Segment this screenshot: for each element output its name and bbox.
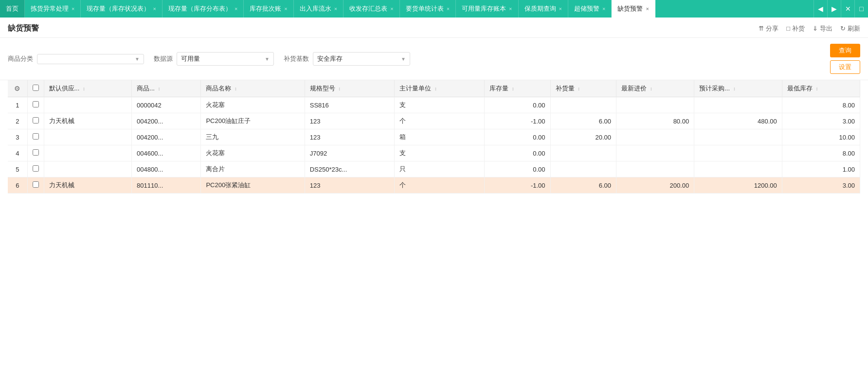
close-tab-10[interactable]: ×	[602, 6, 605, 12]
td-min-stock: 3.00	[782, 177, 860, 194]
tab-8[interactable]: 可用量库存账本 ×	[456, 0, 518, 18]
select-all-checkbox[interactable]	[33, 85, 39, 91]
td-replenish	[550, 97, 616, 113]
td-replenish	[550, 145, 616, 161]
replenish-select-value: 安全库存	[317, 54, 397, 63]
settings-icon[interactable]: ⚙	[14, 85, 20, 92]
td-name: PC200油缸庄子	[201, 113, 305, 129]
td-est-purchase: 1200.00	[694, 177, 782, 194]
table-row: 3 004200... 三九 123 箱 0.00 20.00 10.00	[8, 129, 860, 145]
td-spec: 123	[305, 177, 395, 194]
datasource-label: 数据源	[154, 54, 173, 63]
tab-10[interactable]: 超储预警 ×	[568, 0, 612, 18]
tab-1[interactable]: 拣货异常处理 ×	[25, 0, 81, 18]
row-checkbox-3[interactable]	[33, 149, 39, 156]
th-stock-sort[interactable]: ↕	[512, 86, 514, 91]
replenish-button[interactable]: □ 补货	[786, 24, 805, 33]
td-latest-price: 80.00	[616, 113, 694, 129]
header-actions: ⇈ 分享 □ 补货 ⇓ 导出 ↻ 刷新	[759, 24, 860, 33]
close-tab-1[interactable]: ×	[72, 6, 74, 12]
close-tab-5[interactable]: ×	[334, 6, 337, 12]
td-est-purchase	[694, 161, 782, 177]
td-checkbox	[27, 177, 44, 194]
th-replenish-label: 补货量	[556, 85, 575, 92]
th-code-sort[interactable]: ↕	[158, 86, 161, 91]
close-tab-11[interactable]: ×	[646, 6, 649, 12]
td-name: 火花塞	[201, 97, 305, 113]
tab-9[interactable]: 保质期查询 ×	[519, 0, 568, 18]
refresh-button[interactable]: ↻ 刷新	[840, 24, 860, 33]
tab-prev-button[interactable]: ◀	[814, 0, 827, 18]
th-name-sort[interactable]: ↕	[235, 86, 237, 91]
tab-new-button[interactable]: ✕	[841, 0, 854, 18]
category-label: 商品分类	[8, 54, 33, 63]
th-supplier: 默认供应... ↕	[44, 80, 132, 97]
th-latest-price-sort[interactable]: ↕	[650, 86, 652, 91]
row-checkbox-2[interactable]	[33, 133, 39, 140]
share-icon: ⇈	[759, 25, 764, 32]
td-est-purchase	[694, 129, 782, 145]
th-replenish: 补货量 ↕	[550, 80, 616, 97]
tab-6[interactable]: 收发存汇总表 ×	[344, 0, 399, 18]
tab-4[interactable]: 库存批次账 ×	[244, 0, 293, 18]
td-stock: 0.00	[485, 129, 551, 145]
th-spec-sort[interactable]: ↕	[338, 86, 341, 91]
tab-fullscreen-button[interactable]: □	[854, 0, 868, 18]
category-select[interactable]: ▼	[37, 54, 144, 64]
tab-2[interactable]: 现存量（库存状况表） ×	[81, 0, 162, 18]
td-checkbox	[27, 97, 44, 113]
page-header: 缺货预警 ⇈ 分享 □ 补货 ⇓ 导出 ↻ 刷新	[0, 18, 868, 38]
data-table: ⚙ 默认供应... ↕ 商品... ↕ 商品名称 ↕	[8, 80, 860, 194]
close-tab-6[interactable]: ×	[390, 6, 393, 12]
replenish-arrow-icon: ▼	[401, 56, 406, 62]
row-checkbox-4[interactable]	[33, 165, 39, 172]
replenish-icon: □	[786, 25, 790, 32]
category-filter-group: 商品分类 ▼	[8, 54, 144, 64]
th-min-stock: 最低库存 ↕	[782, 80, 860, 97]
query-button[interactable]: 查询	[830, 44, 860, 57]
th-replenish-sort[interactable]: ↕	[578, 86, 580, 91]
td-latest-price	[616, 97, 694, 113]
export-icon: ⇓	[813, 25, 818, 32]
row-checkbox-0[interactable]	[33, 101, 39, 107]
close-tab-7[interactable]: ×	[447, 6, 450, 12]
close-tab-8[interactable]: ×	[509, 6, 512, 12]
th-supplier-sort[interactable]: ↕	[83, 86, 85, 91]
tab-3[interactable]: 现存量（库存分布表） ×	[163, 0, 244, 18]
tab-next-button[interactable]: ▶	[827, 0, 841, 18]
td-supplier: 力天机械	[44, 113, 132, 129]
settings-button[interactable]: 设置	[830, 60, 860, 74]
th-est-purchase-sort[interactable]: ↕	[733, 86, 736, 91]
close-tab-2[interactable]: ×	[153, 6, 156, 12]
tab-5[interactable]: 出入库流水 ×	[294, 0, 344, 18]
tab-11[interactable]: 缺货预警 ×	[612, 0, 655, 18]
close-tab-9[interactable]: ×	[559, 6, 562, 12]
td-spec: J7092	[305, 145, 395, 161]
th-unit-sort[interactable]: ↕	[434, 86, 437, 91]
close-tab-4[interactable]: ×	[284, 6, 287, 12]
export-button[interactable]: ⇓ 导出	[813, 24, 832, 33]
td-checkbox	[27, 145, 44, 161]
th-min-stock-sort[interactable]: ↕	[815, 86, 818, 91]
td-index: 6	[8, 177, 27, 194]
td-est-purchase: 480.00	[694, 113, 782, 129]
row-checkbox-5[interactable]	[33, 181, 39, 188]
th-name-label: 商品名称	[206, 85, 231, 92]
tab-7[interactable]: 要货单统计表 ×	[400, 0, 456, 18]
datasource-select[interactable]: 可用量 ▼	[177, 52, 274, 66]
tab-home[interactable]: 首页	[0, 0, 25, 18]
refresh-icon: ↻	[840, 25, 846, 32]
td-spec: SS816	[305, 97, 395, 113]
table-row: 2 力天机械 004200... PC200油缸庄子 123 个 -1.00 6…	[8, 113, 860, 129]
filter-actions: 查询 设置	[830, 44, 860, 74]
td-checkbox	[27, 113, 44, 129]
td-spec: DS250*23c...	[305, 161, 395, 177]
row-checkbox-1[interactable]	[33, 117, 39, 123]
close-tab-3[interactable]: ×	[235, 6, 237, 12]
td-stock: -1.00	[485, 113, 551, 129]
td-code: 004800...	[132, 161, 201, 177]
share-button[interactable]: ⇈ 分享	[759, 24, 778, 33]
td-index: 3	[8, 129, 27, 145]
replenish-select[interactable]: 安全库存 ▼	[313, 52, 410, 66]
datasource-filter-group: 数据源 可用量 ▼	[154, 52, 274, 66]
